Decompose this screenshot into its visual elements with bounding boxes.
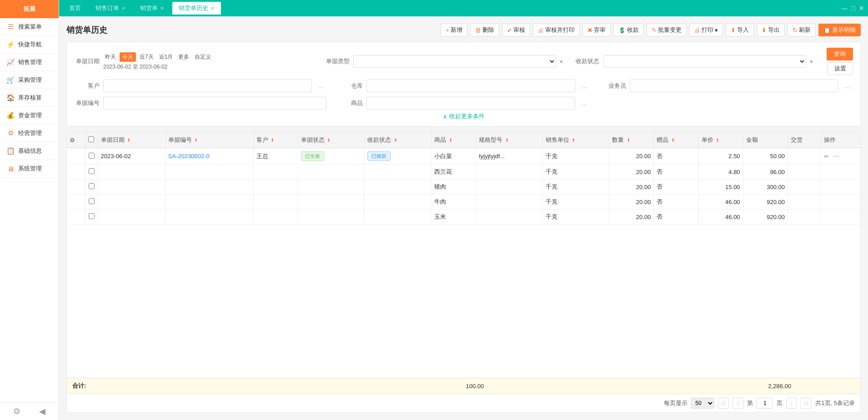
warehouse-input[interactable] bbox=[366, 80, 575, 92]
table-scroll[interactable]: ⚙ 单据日期 ⬆ 单据编号 ⬆ bbox=[67, 132, 860, 378]
th-spec[interactable]: 规格型号 ⬆ bbox=[476, 132, 543, 148]
th-doc-no[interactable]: 单据编号 ⬆ bbox=[165, 132, 253, 148]
row-checkbox-1[interactable] bbox=[89, 168, 95, 174]
shortcut-yesterday[interactable]: 昨天 bbox=[103, 52, 118, 62]
query-button[interactable]: 查询 bbox=[827, 48, 853, 60]
page-number-input[interactable] bbox=[757, 398, 773, 409]
staff-input[interactable] bbox=[630, 80, 838, 92]
cell-amount-3: 920.00 bbox=[743, 195, 788, 210]
tab-bar-end: — □ ✕ bbox=[842, 5, 864, 12]
show-detail-button[interactable]: 📋 显示明细 bbox=[818, 24, 861, 36]
print-dropdown-arrow: ▾ bbox=[715, 27, 718, 34]
cell-doc-no-1 bbox=[165, 165, 253, 180]
filter-settings-button[interactable]: 设置 bbox=[828, 62, 853, 75]
doc-no-input[interactable] bbox=[103, 97, 326, 110]
close-sales-history-tab[interactable]: ✕ bbox=[211, 5, 215, 11]
filter-staff: 业务员 ... bbox=[601, 80, 853, 92]
cell-doc-no-0: SA-20230602-0 bbox=[165, 148, 253, 165]
th-doc-date[interactable]: 单据日期 ⬆ bbox=[98, 132, 165, 148]
sidebar-settings-icon[interactable]: ⚙ bbox=[13, 406, 20, 416]
review-button[interactable]: ✔ 审核 bbox=[502, 24, 530, 36]
cell-doc-no-3 bbox=[165, 195, 253, 210]
review-print-button[interactable]: 🖨 审核并打印 bbox=[533, 24, 580, 36]
row-checkbox-0[interactable] bbox=[89, 153, 95, 159]
import-button[interactable]: ⬆ 导入 bbox=[726, 24, 754, 36]
staff-picker-btn[interactable]: ... bbox=[842, 81, 853, 90]
sidebar-item-finance-mgmt[interactable]: 💰 资金管理 bbox=[0, 107, 59, 125]
batch-change-button[interactable]: ✎ 批量变更 bbox=[647, 24, 687, 36]
last-page-button[interactable]: ⟩⟩ bbox=[801, 398, 812, 409]
customer-input[interactable] bbox=[103, 80, 312, 92]
close-window-icon[interactable]: ✕ bbox=[859, 5, 864, 12]
th-unit-price[interactable]: 单价 ⬆ bbox=[698, 132, 743, 148]
shortcut-last-month[interactable]: 近1月 bbox=[157, 52, 175, 62]
tab-sales-order[interactable]: 销售订单 ✕ bbox=[89, 2, 132, 15]
shortcut-custom[interactable]: 自定义 bbox=[193, 52, 213, 62]
row-checkbox-4[interactable] bbox=[89, 213, 95, 219]
th-gift[interactable]: 赠品 ⬆ bbox=[654, 132, 698, 148]
next-page-button[interactable]: ⟩ bbox=[786, 398, 797, 409]
delete-button[interactable]: 🗑 删除 bbox=[470, 24, 499, 36]
goods-picker-btn[interactable]: ... bbox=[579, 99, 590, 108]
warehouse-picker-btn[interactable]: ... bbox=[579, 81, 590, 90]
th-customer[interactable]: 客户 ⬆ bbox=[253, 132, 298, 148]
select-all-checkbox[interactable] bbox=[88, 136, 94, 142]
date-label: 单据日期 bbox=[74, 57, 100, 65]
customer-label: 客户 bbox=[74, 82, 100, 90]
edit-icon-0[interactable]: ✏ bbox=[824, 153, 829, 160]
row-checkbox-3[interactable] bbox=[89, 198, 95, 204]
close-sales-goods-tab[interactable]: ✕ bbox=[160, 5, 164, 11]
first-page-button[interactable]: ⟨⟨ bbox=[718, 398, 729, 409]
tab-sales-goods[interactable]: 销货单 ✕ bbox=[134, 2, 171, 15]
tab-home[interactable]: 首页 bbox=[63, 2, 87, 15]
maximize-icon[interactable]: □ bbox=[852, 5, 855, 12]
th-goods[interactable]: 商品 ⬆ bbox=[431, 132, 476, 148]
cell-action-2 bbox=[821, 180, 860, 195]
sidebar-item-operations-mgmt[interactable]: ⚙ 经营管理 bbox=[0, 125, 59, 142]
sidebar-collapse-icon[interactable]: ◀ bbox=[39, 406, 45, 416]
minimize-icon[interactable]: — bbox=[842, 5, 848, 12]
per-page-select[interactable]: 50 100 200 bbox=[691, 398, 714, 409]
sidebar-item-purchase-mgmt[interactable]: 🛒 采购管理 bbox=[0, 71, 59, 89]
customer-picker-btn[interactable]: ... bbox=[316, 81, 326, 90]
cell-customer-2 bbox=[253, 180, 298, 195]
close-sales-order-tab[interactable]: ✕ bbox=[121, 5, 125, 11]
sort-qty-icon: ⬆ bbox=[627, 138, 630, 143]
th-payment-status[interactable]: 收款状态 ⬆ bbox=[365, 132, 431, 148]
sidebar-item-inventory[interactable]: 🏠 库存核算 bbox=[0, 89, 59, 107]
cell-amount-2: 300.00 bbox=[743, 180, 788, 195]
cell-goods-4: 玉米 bbox=[431, 210, 476, 225]
th-gear[interactable]: ⚙ bbox=[67, 132, 85, 148]
th-check bbox=[85, 132, 98, 148]
shortcut-today[interactable]: 今天 bbox=[120, 52, 136, 62]
sidebar-item-label: 库存核算 bbox=[18, 94, 42, 102]
sidebar-item-label: 基础信息 bbox=[18, 147, 42, 155]
prev-page-button[interactable]: ⟨ bbox=[733, 398, 743, 409]
row-checkbox-2[interactable] bbox=[89, 183, 95, 189]
goods-input[interactable] bbox=[366, 97, 575, 110]
th-unit[interactable]: 销售单位 ⬆ bbox=[542, 132, 609, 148]
shortcut-last7days[interactable]: 近7天 bbox=[138, 52, 156, 62]
sidebar-item-search-menu[interactable]: ☰ 搜索菜单 bbox=[0, 18, 59, 36]
payment-status-select[interactable] bbox=[603, 55, 806, 68]
export-button[interactable]: ⬇ 导出 bbox=[757, 24, 785, 36]
doc-no-link-0[interactable]: SA-20230602-0 bbox=[168, 153, 210, 160]
th-doc-status[interactable]: 单据状态 ⬆ bbox=[298, 132, 365, 148]
print-button[interactable]: 🖨 打印 ▾ bbox=[689, 24, 723, 36]
tab-sales-history[interactable]: 销货单历史 ✕ bbox=[172, 2, 221, 15]
doc-type-select[interactable] bbox=[353, 55, 557, 68]
refresh-button[interactable]: ↻ 刷新 bbox=[788, 24, 816, 36]
sidebar-item-sales-mgmt[interactable]: 📈 销售管理 bbox=[0, 54, 59, 71]
new-button[interactable]: + 新增 bbox=[441, 24, 467, 36]
abandon-button[interactable]: ✖ 弃审 bbox=[582, 24, 611, 36]
collect-button[interactable]: 💲 收款 bbox=[613, 24, 644, 36]
sidebar-item-base-info[interactable]: 📋 基础信息 bbox=[0, 142, 59, 160]
collapse-filter-btn[interactable]: ∧ 收起更多条件 bbox=[74, 112, 853, 120]
sidebar-item-system-mgmt[interactable]: 🖥 系统管理 bbox=[0, 160, 59, 178]
th-qty[interactable]: 数量 ⬆ bbox=[609, 132, 654, 148]
shortcut-more[interactable]: 更多 bbox=[176, 52, 191, 62]
payment-status-badge-0: 已收款 bbox=[367, 151, 391, 161]
sidebar-item-label: 搜索菜单 bbox=[18, 23, 42, 31]
sidebar-item-quick-nav[interactable]: ⚡ 快捷导航 bbox=[0, 36, 59, 54]
more-icon-0[interactable]: ⋯ bbox=[833, 153, 839, 160]
